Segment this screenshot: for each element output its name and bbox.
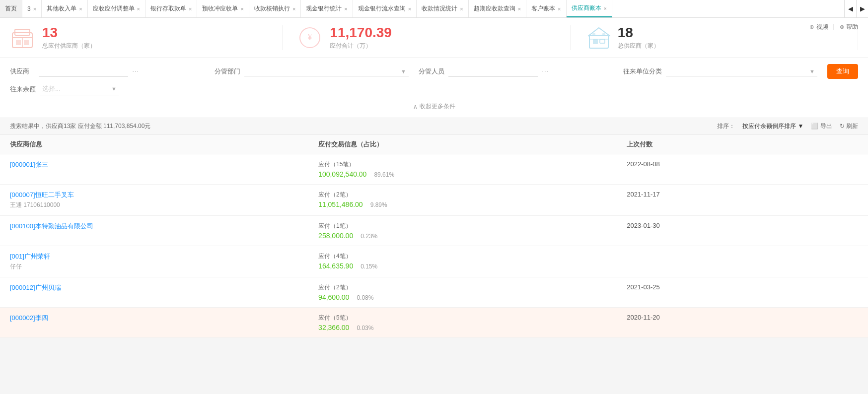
supplier-name-0[interactable]: [000001]张三 [10, 161, 48, 168]
nav-tab-cash-bank-stat[interactable]: 现金银行统计× [301, 0, 353, 17]
table-container: 供应商信息 应付交易信息（占比） 上次付数 [000001]张三应付（15笔）1… [0, 135, 868, 338]
supplier-name-5[interactable]: [000002]李四 [10, 314, 48, 322]
transaction-label-0: 应付（15笔） [318, 160, 627, 169]
nav-tab-other-income[interactable]: 其他收入单× [42, 0, 87, 17]
nav-tab-receipt-stat[interactable]: 收款情况统计× [417, 0, 468, 17]
nav-tab-home[interactable]: 首页 [0, 0, 22, 17]
transaction-label-5: 应付（5笔） [318, 314, 627, 322]
transaction-col-4: 应付（2笔）94,600.000.08% [318, 283, 627, 301]
transaction-row-4: 94,600.000.08% [318, 293, 627, 301]
transaction-amount-0[interactable]: 100,092,540.00 [318, 170, 366, 178]
export-button[interactable]: ⬜ 导出 [811, 122, 832, 131]
supplier-name-4[interactable]: [000012]广州贝瑞 [10, 284, 61, 291]
nav-arrow-left[interactable]: ◀ [844, 0, 856, 18]
close-tab-cash-bank-flow[interactable]: × [408, 6, 411, 12]
supplier-field: 供应商 ··· [10, 66, 205, 77]
transaction-row-0: 100,092,540.0089.61% [318, 170, 627, 178]
balance-field: 往来余额 选择... ▼ [10, 83, 858, 95]
person-dots[interactable]: ··· [542, 67, 548, 76]
close-tab-num3[interactable]: × [33, 6, 36, 12]
transaction-amount-4[interactable]: 94,600.00 [318, 293, 349, 301]
supplier-dots[interactable]: ··· [132, 67, 139, 76]
close-tab-bank-deposit[interactable]: × [189, 6, 192, 12]
col-header-lastpay: 上次付数 [627, 140, 858, 149]
nav-arrow-right[interactable]: ▶ [856, 0, 868, 18]
nav-tab-cash-bank-flow[interactable]: 现金银行流水查询× [353, 0, 417, 17]
nav-tab-ar-ap-adjust[interactable]: 应收应付调整单× [88, 0, 145, 17]
nav-tab-supplier-ledger[interactable]: 供应商账本× [567, 0, 612, 17]
close-tab-ar-ap-adjust[interactable]: × [137, 6, 140, 12]
dept-select[interactable]: ▼ [244, 67, 409, 76]
supplier-input[interactable] [39, 66, 128, 77]
transaction-percent-0: 89.61% [374, 171, 394, 178]
lastpay-date-2: 2023-01-30 [627, 222, 660, 229]
supplier-name-3[interactable]: [001]广州荣轩 [10, 253, 50, 260]
supplier-name-1[interactable]: [000007]恒旺二手叉车 [10, 191, 74, 198]
result-info: 搜索结果中，供应商13家 应付金额 111,703,854.00元 排序： 按应… [0, 118, 868, 135]
help-link[interactable]: ⊙ 帮助 [840, 23, 858, 31]
total-suppliers-num: 18 [618, 26, 659, 40]
supplier-contact-3: 仔仔 [10, 263, 318, 271]
category-select[interactable]: ▼ [666, 67, 818, 76]
store-icon [585, 25, 610, 50]
nav-tab-advance-ar[interactable]: 预收冲应收单× [197, 0, 249, 17]
svg-rect-10 [600, 39, 605, 43]
sort-value[interactable]: 按应付余额倒序排序 ▼ [742, 122, 803, 131]
close-tab-other-income[interactable]: × [79, 6, 82, 12]
close-tab-supplier-ledger[interactable]: × [604, 5, 607, 11]
nav-tab-num3[interactable]: 3× [22, 0, 42, 17]
payable-suppliers-info: 13 总应付供应商（家） [42, 26, 96, 50]
transaction-percent-4: 0.08% [357, 294, 373, 301]
summary-payable-suppliers: 13 总应付供应商（家） [10, 25, 283, 50]
table-row: [001]广州荣轩仔仔 应付（4笔）164,635.900.15% [0, 246, 868, 277]
nav-tab-overdue-ar[interactable]: 超期应收款查询× [469, 0, 526, 17]
person-input[interactable] [448, 66, 538, 77]
transaction-label-2: 应付（1笔） [318, 222, 627, 230]
svg-text:¥: ¥ [308, 32, 312, 42]
transaction-percent-3: 0.15% [361, 263, 377, 270]
dept-label: 分管部门 [215, 67, 240, 76]
transaction-amount-3[interactable]: 164,635.90 [318, 262, 353, 270]
transaction-amount-2[interactable]: 258,000.00 [318, 232, 353, 240]
refresh-button[interactable]: ↻ 刷新 [840, 122, 858, 131]
nav-tab-receipt-write-off[interactable]: 收款核销执行× [249, 0, 301, 17]
query-button[interactable]: 查询 [827, 64, 858, 79]
close-tab-customer-ledger[interactable]: × [558, 6, 561, 12]
transaction-amount-5[interactable]: 32,366.00 [318, 324, 349, 331]
close-tab-cash-bank-stat[interactable]: × [344, 6, 347, 12]
dept-field: 分管部门 ▼ [215, 67, 409, 76]
close-tab-receipt-stat[interactable]: × [460, 6, 463, 12]
close-tab-advance-ar[interactable]: × [240, 6, 243, 12]
table-body: [000001]张三应付（15笔）100,092,540.0089.61%202… [0, 154, 868, 338]
lastpay-col-2: 2023-01-30 [627, 222, 858, 229]
transaction-label-1: 应付（2笔） [318, 191, 627, 199]
collapse-button[interactable]: ∧ 收起更多条件 [413, 102, 455, 111]
payable-suppliers-num: 13 [42, 26, 96, 40]
lastpay-col-4: 2021-03-25 [627, 283, 858, 291]
search-bar: 供应商 ··· 分管部门 ▼ 分管人员 ··· 往来单位分类 ▼ 查询 往来 [0, 58, 868, 118]
payable-total-label: 应付合计（万） [330, 42, 392, 50]
video-link[interactable]: ⊙ 视频 [809, 23, 828, 31]
close-tab-receipt-write-off[interactable]: × [292, 6, 295, 12]
transaction-col-1: 应付（2笔）11,051,486.009.89% [318, 191, 627, 208]
balance-select[interactable]: 选择... ▼ [40, 83, 119, 95]
result-text: 搜索结果中，供应商13家 应付金额 111,703,854.00元 [10, 122, 150, 131]
lastpay-date-1: 2021-11-17 [627, 191, 660, 198]
transaction-amount-1[interactable]: 11,051,486.00 [318, 200, 363, 208]
collapse-label: 收起更多条件 [420, 102, 455, 111]
table-row: [000001]张三应付（15笔）100,092,540.0089.61%202… [0, 154, 868, 185]
nav-tab-customer-ledger[interactable]: 客户账本× [526, 0, 566, 17]
search-row-1: 供应商 ··· 分管部门 ▼ 分管人员 ··· 往来单位分类 ▼ 查询 [10, 64, 858, 79]
total-suppliers-info: 18 总供应商（家） [618, 26, 659, 50]
top-nav: 首页3×其他收入单×应收应付调整单×银行存取款单×预收冲应收单×收款核销执行×现… [0, 0, 868, 18]
nav-tab-bank-deposit[interactable]: 银行存取款单× [145, 0, 197, 17]
result-actions: 排序： 按应付余额倒序排序 ▼ ⬜ 导出 ↻ 刷新 [717, 122, 858, 131]
close-tab-overdue-ar[interactable]: × [518, 6, 521, 12]
payable-suppliers-label: 总应付供应商（家） [42, 42, 96, 50]
transaction-col-0: 应付（15笔）100,092,540.0089.61% [318, 160, 627, 178]
supplier-label: 供应商 [10, 67, 35, 76]
summary-top-right: ⊙ 视频 | ⊙ 帮助 [809, 23, 858, 31]
collapse-icon: ∧ [413, 103, 418, 110]
supplier-name-2[interactable]: [000100]本特勤油品有限公司 [10, 222, 93, 230]
supplier-col-5: [000002]李四 [10, 314, 318, 323]
